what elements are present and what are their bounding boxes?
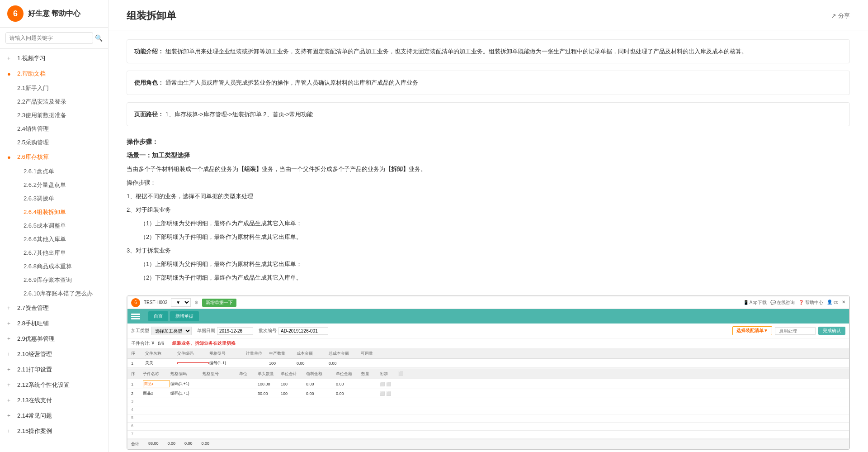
sub-cost-2: 0.00 <box>306 391 335 396</box>
share-button[interactable]: ↗ 分享 <box>831 12 850 20</box>
sidebar-item-2.11-label: 2.11打印设置 <box>17 366 52 374</box>
sidebar-item-2.2[interactable]: 2.2产品安装及登录 <box>0 95 108 109</box>
sidebar-item-2.10[interactable]: + 2.10经营管理 <box>0 347 108 362</box>
sub-col-cost: 领料金额 <box>306 371 335 377</box>
sidebar-item-2.6.8[interactable]: 2.6.8商品成本重算 <box>0 260 108 273</box>
intro-label: 功能介绍： <box>134 48 164 55</box>
sub-code-1: 编码(1,+1) <box>170 381 202 387</box>
mock-menu-icon3 <box>131 318 140 319</box>
mock-logo: 6 <box>131 298 140 307</box>
sub-cost-1: 0.00 <box>306 382 335 386</box>
mock-add-btn[interactable]: 新增单据一下 <box>202 299 236 307</box>
expand-icon-2.8: + <box>7 320 14 327</box>
mock-select[interactable]: ▼ <box>171 298 191 307</box>
role-section: 使用角色： 通常由生产人员或库管人员完成拆装业务的操作，库管人员确认原材料的出库… <box>127 71 850 95</box>
scenario1-title: 场景一：加工类型选择 <box>127 152 850 160</box>
step2-sublist: （1）上部明细为父件明细，最终作为产成品生成其它入库单； （2）下部明细为子件明… <box>140 218 850 243</box>
step3-sublist: （1）上部明细为父件明细，最终作为原材料生成其它出库单； （2）下部明细为子件明… <box>140 258 850 284</box>
step2-sub2: （2）下部明细为子件明细，最终作为原材料生成其它出库单。 <box>140 231 850 243</box>
mock-empty-row-3: 3 <box>127 398 849 406</box>
mock-top-right: 📱 App下载 💬 在线咨询 ❓ 帮助中心 👤 cc ✕ <box>743 300 845 306</box>
step2-sub1: （1）上部明细为父件明细，最终作为产成品生成其它入库单； <box>140 218 850 229</box>
sidebar-item-2.5[interactable]: 2.5采购管理 <box>0 136 108 149</box>
sub-col-op: ⬜ <box>398 371 412 377</box>
mock-type-select[interactable]: 选择加工类型 <box>151 327 192 335</box>
sidebar-item-docs[interactable]: ● 2.帮助文档 <box>0 66 108 81</box>
mock-right-actions: 选择装配清单▼ 完成确认 <box>732 326 845 335</box>
mock-annotation-inline: 组装业务、拆卸业务在这里切换 <box>172 340 236 347</box>
sub-qty2-1: 100 <box>281 382 306 386</box>
sidebar-item-2.13[interactable]: + 2.13在线支付 <box>0 393 108 408</box>
sub-col-seq: 序 <box>131 371 142 377</box>
sidebar-item-2.14-label: 2.14常见问题 <box>17 412 52 420</box>
content-wrapper: 功能介绍： 组装拆卸单用来处理企业组装或拆卸等加工业务，支持有固定装配清单的产品… <box>108 30 868 452</box>
collapse-icon-2.6: ● <box>7 154 14 161</box>
expand-icon-2.15: + <box>7 428 14 434</box>
sidebar-item-2.7[interactable]: + 2.7资金管理 <box>0 300 108 316</box>
step3: 3、对于拆装业务 <box>127 245 850 257</box>
mock-side-icons <box>131 314 145 319</box>
sidebar-item-video[interactable]: + 1.视频学习 <box>0 51 108 66</box>
sidebar-item-2.12[interactable]: + 2.12系统个性化设置 <box>0 377 108 393</box>
empty-row-7-seq: 7 <box>127 432 133 436</box>
sidebar-item-2.1[interactable]: 2.1新手入门 <box>0 81 108 95</box>
mock-empty-row-6: 6 <box>127 423 849 431</box>
sub-extra-2: ⬜ ⬜ <box>380 391 398 396</box>
sidebar-item-2.6.4[interactable]: 2.6.4组装拆卸单 <box>0 205 108 219</box>
mock-sub-row-1: 1 商品1 编码(1,+1) 100.00 100 0.00 0.00 ⬜ ⬜ <box>127 379 849 389</box>
sidebar-item-2.6.2[interactable]: 2.6.2分量盘点单 <box>0 178 108 192</box>
sidebar-item-2.13-label: 2.13在线支付 <box>17 396 52 404</box>
sub-seq-2: 2 <box>131 391 142 396</box>
mock-tab-home[interactable]: 自页 <box>148 311 168 321</box>
sidebar-item-2.11[interactable]: + 2.11打印设置 <box>0 362 108 377</box>
mock-dots: ⚙ <box>194 300 198 305</box>
sub-col-unit-cost: 单位金额 <box>336 371 361 377</box>
empty-row-6-seq: 6 <box>127 423 133 428</box>
mock-tab-new[interactable]: 新增单据 <box>170 311 199 321</box>
sidebar-item-2.4[interactable]: 2.4销售管理 <box>0 122 108 136</box>
sidebar-item-2.15[interactable]: + 2.15操作案例 <box>0 423 108 439</box>
sub-ucost-1: 0.00 <box>336 382 361 386</box>
sidebar-item-2.14[interactable]: + 2.14常见问题 <box>0 408 108 423</box>
sidebar-item-2.6-label: 2.6库存核算 <box>17 153 49 161</box>
col-cost: 成本金额 <box>297 351 328 357</box>
steps-section: 操作步骤： 场景一：加工类型选择 当由多个子件材料组装成一个成品的业务为【组装】… <box>127 133 850 290</box>
mock-bom-btn[interactable]: 选择装配清单▼ <box>732 326 772 335</box>
search-button[interactable]: 🔍 <box>95 34 103 42</box>
sidebar-item-2.6[interactable]: ● 2.6库存核算 <box>0 149 108 165</box>
sub-extra-1: ⬜ ⬜ <box>380 382 398 386</box>
mock-top-bar: 6 TEST-H002 ▼ ⚙ 新增单据一下 📱 App下载 💬 在线咨询 ❓ … <box>127 296 849 309</box>
step3-sub1: （1）上部明细为父件明细，最终作为原材料生成其它出库单； <box>140 258 850 270</box>
sidebar-item-2.6.6[interactable]: 2.6.6其他入库单 <box>0 233 108 246</box>
sidebar-item-2.6.10[interactable]: 2.6.10库存账本错了怎么办 <box>0 287 108 300</box>
sidebar-item-2.6.9[interactable]: 2.6.9库存账本查询 <box>0 273 108 287</box>
sidebar-item-2.8[interactable]: + 2.8手机旺铺 <box>0 316 108 331</box>
mock-confirm-btn[interactable]: 完成确认 <box>818 327 845 335</box>
sidebar-item-2.9[interactable]: + 2.9优惠券管理 <box>0 331 108 347</box>
sub-qty1-2: 30.00 <box>258 391 280 396</box>
search-input[interactable] <box>5 32 93 44</box>
sidebar-item-2.6.5[interactable]: 2.6.5成本调整单 <box>0 219 108 233</box>
footer-val2: 0.00 <box>168 441 176 447</box>
cell-code-highlight <box>177 362 209 364</box>
sub-code-2: 编码(1,+1) <box>170 390 202 396</box>
mock-batch-input[interactable] <box>278 327 328 335</box>
sidebar-item-2.6.3[interactable]: 2.6.3调拨单 <box>0 192 108 205</box>
sidebar-item-2.6.1[interactable]: 2.6.1盘点单 <box>0 165 108 178</box>
mock-enable-input[interactable] <box>775 327 816 335</box>
role-label: 使用角色： <box>134 79 164 86</box>
mock-date-input[interactable] <box>217 327 253 335</box>
mock-empty-row-4: 4 <box>127 406 849 414</box>
sub-col-spec: 规格型号 <box>203 371 239 377</box>
cell-total: 0.00 <box>329 361 360 366</box>
step1: 1、根据不同的业务，选择不同单据的类型来处理 <box>127 190 850 202</box>
sidebar-item-2.6.7[interactable]: 2.6.7其他出库单 <box>0 246 108 260</box>
col-prod-qty: 生产数量 <box>269 351 296 357</box>
mock-sub-table: 序 子件名称 规格编码 规格型号 单位 单头数量 单位合计 领料金额 单位金额 … <box>127 369 849 439</box>
sidebar-item-2.3[interactable]: 2.3使用前数据准备 <box>0 109 108 122</box>
sub-col-name: 子件名称 <box>143 371 170 377</box>
col-parent-code: 父件编码 <box>177 351 209 357</box>
mock-help-center: ❓ 帮助中心 <box>798 300 823 306</box>
expand-icon-2.9: + <box>7 336 14 342</box>
sub-col-qty3: 数量 <box>361 371 379 377</box>
